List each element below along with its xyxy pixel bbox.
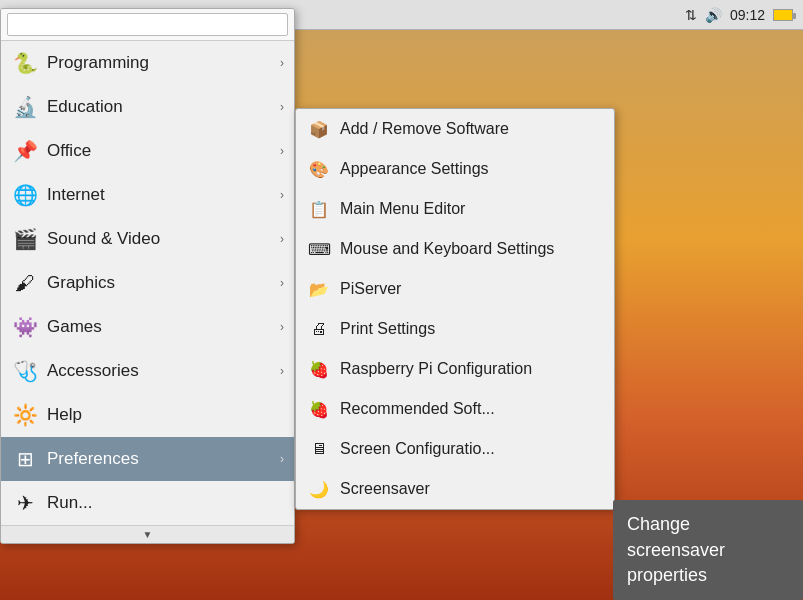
submenu-label-screensaver: Screensaver bbox=[340, 480, 430, 498]
menu-item-graphics[interactable]: 🖌 Graphics › bbox=[1, 261, 294, 305]
submenu-item-main-menu-editor[interactable]: 📋 Main Menu Editor bbox=[296, 189, 614, 229]
battery-icon bbox=[773, 9, 793, 21]
menu-icon-internet: 🌐 bbox=[11, 181, 39, 209]
arrow-icon-graphics: › bbox=[280, 276, 284, 290]
menu-icon-programming: 🐍 bbox=[11, 49, 39, 77]
arrow-icon-preferences: › bbox=[280, 452, 284, 466]
menu-icon-help: 🔆 bbox=[11, 401, 39, 429]
submenu-item-raspi-config[interactable]: 🍓 Raspberry Pi Configuration bbox=[296, 349, 614, 389]
submenu-icon-raspi-config: 🍓 bbox=[306, 356, 332, 382]
menu-item-run[interactable]: ✈ Run... bbox=[1, 481, 294, 525]
submenu-item-add-remove[interactable]: 📦 Add / Remove Software bbox=[296, 109, 614, 149]
menu-icon-graphics: 🖌 bbox=[11, 269, 39, 297]
search-input[interactable] bbox=[7, 13, 288, 36]
menu-item-office[interactable]: 📌 Office › bbox=[1, 129, 294, 173]
menu-icon-run: ✈ bbox=[11, 489, 39, 517]
main-menu: 🐍 Programming › 🔬 Education › 📌 Office ›… bbox=[0, 8, 295, 544]
submenu-icon-main-menu-editor: 📋 bbox=[306, 196, 332, 222]
submenu-label-add-remove: Add / Remove Software bbox=[340, 120, 509, 138]
menu-item-programming[interactable]: 🐍 Programming › bbox=[1, 41, 294, 85]
submenu-label-recommended-soft: Recommended Soft... bbox=[340, 400, 495, 418]
arrow-icon-education: › bbox=[280, 100, 284, 114]
menu-icon-games: 👾 bbox=[11, 313, 39, 341]
menu-scrollbar: ▼ bbox=[1, 525, 294, 543]
menu-icon-sound-video: 🎬 bbox=[11, 225, 39, 253]
menu-label-games: Games bbox=[47, 317, 280, 337]
screensaver-tooltip: Change screensaver properties bbox=[613, 500, 803, 600]
submenu-label-screen-config: Screen Configuratio... bbox=[340, 440, 495, 458]
submenu-item-screensaver[interactable]: 🌙 Screensaver bbox=[296, 469, 614, 509]
preferences-submenu: 📦 Add / Remove Software 🎨 Appearance Set… bbox=[295, 108, 615, 510]
submenu-label-mouse-keyboard: Mouse and Keyboard Settings bbox=[340, 240, 554, 258]
menu-icon-education: 🔬 bbox=[11, 93, 39, 121]
submenu-label-main-menu-editor: Main Menu Editor bbox=[340, 200, 465, 218]
menu-icon-accessories: 🩺 bbox=[11, 357, 39, 385]
menu-item-preferences[interactable]: ⊞ Preferences › bbox=[1, 437, 294, 481]
submenu-label-piserver: PiServer bbox=[340, 280, 401, 298]
network-arrows-icon: ⇅ bbox=[685, 7, 697, 23]
submenu-item-print[interactable]: 🖨 Print Settings bbox=[296, 309, 614, 349]
arrow-icon-games: › bbox=[280, 320, 284, 334]
menu-label-programming: Programming bbox=[47, 53, 280, 73]
menu-search-container bbox=[1, 9, 294, 41]
menu-label-accessories: Accessories bbox=[47, 361, 280, 381]
menu-label-help: Help bbox=[47, 405, 284, 425]
menu-label-run: Run... bbox=[47, 493, 284, 513]
menu-item-internet[interactable]: 🌐 Internet › bbox=[1, 173, 294, 217]
submenu-icon-recommended-soft: 🍓 bbox=[306, 396, 332, 422]
submenu-label-print: Print Settings bbox=[340, 320, 435, 338]
arrow-icon-internet: › bbox=[280, 188, 284, 202]
menu-item-help[interactable]: 🔆 Help bbox=[1, 393, 294, 437]
submenu-item-screen-config[interactable]: 🖥 Screen Configuratio... bbox=[296, 429, 614, 469]
menu-icon-office: 📌 bbox=[11, 137, 39, 165]
arrow-icon-office: › bbox=[280, 144, 284, 158]
scroll-down-arrow: ▼ bbox=[143, 529, 153, 540]
menu-label-office: Office bbox=[47, 141, 280, 161]
submenu-item-recommended-soft[interactable]: 🍓 Recommended Soft... bbox=[296, 389, 614, 429]
menu-label-education: Education bbox=[47, 97, 280, 117]
submenu-icon-print: 🖨 bbox=[306, 316, 332, 342]
submenu-icon-screen-config: 🖥 bbox=[306, 436, 332, 462]
menu-item-sound-video[interactable]: 🎬 Sound & Video › bbox=[1, 217, 294, 261]
submenu-label-appearance: Appearance Settings bbox=[340, 160, 489, 178]
tooltip-text: Change screensaver properties bbox=[627, 514, 725, 584]
submenu-item-appearance[interactable]: 🎨 Appearance Settings bbox=[296, 149, 614, 189]
submenu-icon-screensaver: 🌙 bbox=[306, 476, 332, 502]
submenu-icon-appearance: 🎨 bbox=[306, 156, 332, 182]
submenu-icon-add-remove: 📦 bbox=[306, 116, 332, 142]
menu-item-accessories[interactable]: 🩺 Accessories › bbox=[1, 349, 294, 393]
menu-item-games[interactable]: 👾 Games › bbox=[1, 305, 294, 349]
menu-label-graphics: Graphics bbox=[47, 273, 280, 293]
submenu-item-mouse-keyboard[interactable]: ⌨ Mouse and Keyboard Settings bbox=[296, 229, 614, 269]
submenu-item-piserver[interactable]: 📂 PiServer bbox=[296, 269, 614, 309]
submenu-icon-piserver: 📂 bbox=[306, 276, 332, 302]
volume-icon: 🔊 bbox=[705, 7, 722, 23]
clock: 09:12 bbox=[730, 7, 765, 23]
arrow-icon-programming: › bbox=[280, 56, 284, 70]
menu-label-internet: Internet bbox=[47, 185, 280, 205]
menu-label-preferences: Preferences bbox=[47, 449, 280, 469]
submenu-label-raspi-config: Raspberry Pi Configuration bbox=[340, 360, 532, 378]
menu-icon-preferences: ⊞ bbox=[11, 445, 39, 473]
menu-label-sound-video: Sound & Video bbox=[47, 229, 280, 249]
submenu-icon-mouse-keyboard: ⌨ bbox=[306, 236, 332, 262]
arrow-icon-sound-video: › bbox=[280, 232, 284, 246]
menu-item-education[interactable]: 🔬 Education › bbox=[1, 85, 294, 129]
arrow-icon-accessories: › bbox=[280, 364, 284, 378]
